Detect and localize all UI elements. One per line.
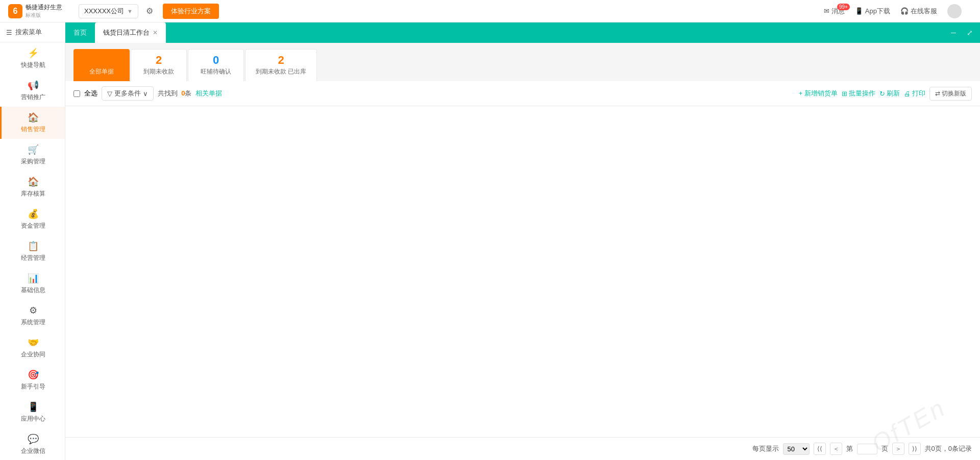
- page-size-select[interactable]: 20 50 100 200: [783, 443, 810, 455]
- sidebar-item-system[interactable]: ⚙ 系统管理: [0, 300, 65, 332]
- stat-overdue-out-label: 到期未收款 已出库: [256, 67, 306, 76]
- table-area: [65, 106, 980, 437]
- sidebar-item-quick-nav[interactable]: ⚡ 快捷导航: [0, 42, 65, 75]
- sidebar-item-capital[interactable]: 💰 资金管理: [0, 203, 65, 235]
- marketing-icon: 📢: [28, 80, 39, 91]
- logo-area: 6 畅捷通好生意 标准版: [8, 4, 74, 18]
- stat-all-num: 2: [99, 55, 105, 66]
- tab-bar-actions: ─ ⤢: [947, 27, 980, 39]
- filter-icon: ▽: [107, 90, 112, 98]
- wechat-icon: 💬: [28, 433, 39, 445]
- select-all-checkbox[interactable]: [74, 90, 80, 97]
- found-prefix: 共找到: [158, 89, 178, 97]
- system-label: 系统管理: [21, 318, 45, 327]
- filter-arrow: ∨: [143, 90, 148, 98]
- sidebar-item-guide[interactable]: 🎯 新手引导: [0, 364, 65, 396]
- app-download-btn[interactable]: 📱 App下载: [855, 7, 890, 16]
- switch-version-button[interactable]: ⇄ 切换新版: [929, 87, 972, 101]
- company-selector[interactable]: XXXXXX公司 ▼: [79, 4, 138, 18]
- toolbar-left: 全选 ▽ 更多条件 ∨ 共找到 0条 相关单据: [74, 86, 795, 101]
- page-label-end: 页: [881, 444, 888, 453]
- operations-icon: 📋: [28, 240, 39, 252]
- search-label: 搜索菜单: [15, 28, 42, 37]
- quick-nav-icon: ⚡: [28, 47, 39, 59]
- add-sales-order-button[interactable]: + 新增销货单: [799, 89, 838, 98]
- logo-icon: 6: [8, 4, 22, 18]
- first-page-btn[interactable]: ⟨⟨: [814, 443, 826, 455]
- settings-icon[interactable]: ⚙: [142, 4, 157, 18]
- stat-tab-pending[interactable]: 0 旺辅待确认: [188, 49, 244, 81]
- messages-btn[interactable]: ✉ 消息 99+: [824, 7, 845, 16]
- stat-pending-label: 旺辅待确认: [201, 67, 231, 76]
- print-icon: 🖨: [904, 90, 911, 98]
- inventory-label: 库存核算: [21, 189, 45, 198]
- sidebar-item-base-info[interactable]: 📊 基础信息: [0, 268, 65, 300]
- online-service-btn[interactable]: 🎧 在线客服: [900, 7, 937, 16]
- company-name: XXXXXX公司: [84, 7, 124, 16]
- sidebar-item-operations[interactable]: 📋 经营管理: [0, 235, 65, 268]
- last-page-btn[interactable]: ⟩⟩: [909, 443, 921, 455]
- pagination: 每页显示 20 50 100 200 ⟨⟨ ＜ 第 1 页 ＞ ⟩⟩ 共0页，0…: [65, 437, 980, 460]
- tab-home[interactable]: 首页: [65, 22, 95, 43]
- system-icon: ⚙: [29, 305, 37, 316]
- quick-nav-label: 快捷导航: [21, 61, 45, 69]
- sales-label: 销售管理: [21, 125, 45, 134]
- online-service-icon: 🎧: [900, 7, 909, 15]
- inventory-icon: 🏠: [28, 176, 39, 187]
- tab-maximize-btn[interactable]: ⤢: [964, 27, 976, 39]
- sidebar-item-purchase[interactable]: 🛒 采购管理: [0, 139, 65, 171]
- main-content: 2 全部单据 2 到期未收款 0 旺辅待确认 2 到期未收款 已出库 全选: [65, 43, 980, 460]
- found-unit: 条: [185, 89, 191, 97]
- prev-page-btn[interactable]: ＜: [830, 443, 842, 455]
- sales-icon: 🏠: [28, 112, 39, 123]
- trial-button[interactable]: 体验行业方案: [163, 4, 219, 19]
- sidebar-item-inventory[interactable]: 🏠 库存核算: [0, 171, 65, 203]
- top-header: 6 畅捷通好生意 标准版 XXXXXX公司 ▼ ⚙ 体验行业方案 ✉ 消息 99…: [0, 0, 980, 22]
- stat-tab-all[interactable]: 2 全部单据: [74, 49, 130, 81]
- refresh-button[interactable]: ↻ 刷新: [879, 89, 900, 98]
- page-number-input[interactable]: 1: [857, 444, 877, 454]
- sidebar-search[interactable]: ☰ 搜索菜单: [0, 22, 65, 42]
- stat-overdue-num: 2: [156, 55, 162, 66]
- app-download-icon: 📱: [855, 7, 863, 15]
- sidebar-item-sales[interactable]: 🏠 销售管理: [0, 107, 65, 139]
- select-all-label: 全选: [84, 89, 97, 98]
- switch-icon: ⇄: [935, 90, 940, 97]
- logo-text: 畅捷通好生意 标准版: [26, 4, 62, 18]
- sidebar-item-enterprise[interactable]: 🤝 企业协同: [0, 332, 65, 364]
- stat-tab-overdue[interactable]: 2 到期未收款: [131, 49, 187, 81]
- capital-label: 资金管理: [21, 222, 45, 230]
- tab-minimize-btn[interactable]: ─: [947, 27, 960, 39]
- print-button[interactable]: 🖨 打印: [904, 89, 925, 98]
- purchase-label: 采购管理: [21, 157, 45, 166]
- enterprise-icon: 🤝: [28, 337, 39, 348]
- tab-cashflow[interactable]: 钱货日清工作台 ✕: [95, 22, 166, 43]
- sidebar-item-app-center[interactable]: 📱 应用中心: [0, 396, 65, 428]
- switch-label: 切换新版: [942, 89, 966, 98]
- app-center-label: 应用中心: [21, 415, 45, 423]
- next-page-btn[interactable]: ＞: [892, 443, 904, 455]
- toolbar: 全选 ▽ 更多条件 ∨ 共找到 0条 相关单据 + 新增销货单 ⊞ 批量操作: [65, 81, 980, 106]
- guide-icon: 🎯: [28, 369, 39, 380]
- tab-close-icon[interactable]: ✕: [153, 29, 158, 36]
- sidebar-item-marketing[interactable]: 📢 营销推广: [0, 75, 65, 107]
- search-icon: ☰: [6, 29, 12, 36]
- toolbar-right: + 新增销货单 ⊞ 批量操作 ↻ 刷新 🖨 打印 ⇄ 切换新版: [799, 87, 972, 101]
- batch-operation-button[interactable]: ⊞ 批量操作: [842, 89, 875, 98]
- avatar[interactable]: [947, 4, 962, 18]
- filter-button[interactable]: ▽ 更多条件 ∨: [102, 86, 154, 101]
- marketing-label: 营销推广: [21, 93, 45, 102]
- logo-subtitle: 标准版: [26, 12, 62, 18]
- message-badge: 99+: [837, 4, 850, 10]
- tab-bar: 首页 钱货日清工作台 ✕ ─ ⤢: [65, 22, 980, 43]
- found-text: 共找到 0条 相关单据: [158, 89, 222, 98]
- base-info-icon: 📊: [28, 273, 39, 284]
- stat-tab-overdue-out[interactable]: 2 到期未收款 已出库: [245, 49, 317, 81]
- content-area: 2 全部单据 2 到期未收款 0 旺辅待确认 2 到期未收款 已出库 全选: [65, 43, 980, 460]
- sidebar-item-wechat[interactable]: 💬 企业微信: [0, 428, 65, 460]
- refresh-label: 刷新: [887, 89, 900, 98]
- stats-tabs: 2 全部单据 2 到期未收款 0 旺辅待确认 2 到期未收款 已出库: [65, 43, 980, 81]
- related-records-link[interactable]: 相关单据: [195, 89, 222, 97]
- stat-overdue-label: 到期未收款: [143, 67, 174, 76]
- guide-label: 新手引导: [21, 382, 45, 391]
